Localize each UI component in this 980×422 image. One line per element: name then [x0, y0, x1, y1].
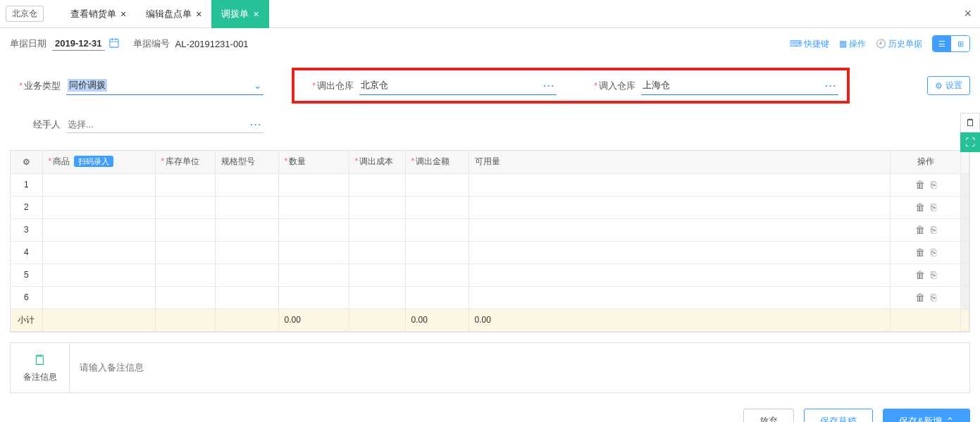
- cell-unit[interactable]: [155, 263, 215, 286]
- more-icon[interactable]: ···: [825, 80, 837, 91]
- cell-available[interactable]: [469, 241, 891, 263]
- cell-available[interactable]: [469, 286, 891, 309]
- delete-icon[interactable]: 🗑: [915, 247, 925, 258]
- cell-product[interactable]: [42, 286, 155, 309]
- cell-qty[interactable]: [278, 196, 349, 218]
- cell-cost[interactable]: [349, 263, 405, 286]
- handler-select[interactable]: ···: [66, 116, 263, 133]
- cell-unit[interactable]: [155, 218, 215, 241]
- col-unit: *库存单位: [155, 151, 215, 173]
- cell-qty[interactable]: [278, 173, 349, 196]
- cell-ops: 🗑⎘: [891, 241, 961, 263]
- cell-cost[interactable]: [349, 173, 405, 196]
- close-icon[interactable]: ×: [120, 8, 126, 20]
- history-link[interactable]: 🕘历史单据: [876, 38, 922, 50]
- side-tab-note[interactable]: 🗒: [960, 113, 980, 132]
- cell-available[interactable]: [469, 196, 891, 218]
- cell-spec[interactable]: [215, 196, 278, 218]
- close-icon[interactable]: ×: [196, 8, 201, 20]
- close-icon[interactable]: ×: [964, 6, 972, 21]
- calendar-icon[interactable]: [109, 38, 119, 50]
- cell-spec[interactable]: [215, 173, 278, 196]
- operate-link[interactable]: ▦操作: [839, 38, 866, 50]
- tab-edit-inventory[interactable]: 编辑盘点单 ×: [136, 0, 211, 28]
- copy-icon[interactable]: ⎘: [931, 247, 936, 258]
- cell-amount[interactable]: [405, 241, 469, 263]
- table-row[interactable]: 5🗑⎘: [11, 263, 969, 286]
- cell-amount[interactable]: [405, 196, 469, 218]
- cell-product[interactable]: [42, 218, 155, 241]
- cell-qty[interactable]: [278, 218, 349, 241]
- date-label: 单据日期: [10, 37, 46, 50]
- copy-icon[interactable]: ⎘: [931, 179, 936, 190]
- more-icon[interactable]: ···: [250, 119, 262, 130]
- close-icon[interactable]: ×: [253, 8, 259, 20]
- cell-spec[interactable]: [215, 263, 278, 286]
- cell-spec[interactable]: [215, 218, 278, 241]
- table-row[interactable]: 6🗑⎘: [11, 286, 969, 309]
- cell-qty[interactable]: [278, 241, 349, 263]
- cell-unit[interactable]: [155, 173, 215, 196]
- cell-available[interactable]: [469, 218, 891, 241]
- subtotal-row: 小计 0.00 0.00 0.00: [11, 309, 969, 331]
- cell-product[interactable]: [42, 241, 155, 263]
- table-row[interactable]: 3🗑⎘: [11, 218, 969, 241]
- table-settings-header[interactable]: ⚙: [11, 151, 42, 173]
- cell-cost[interactable]: [349, 196, 405, 218]
- view-grid-button[interactable]: ☰: [933, 36, 951, 51]
- save-new-button[interactable]: 保存&新增⌃: [883, 409, 970, 423]
- table-row[interactable]: 2🗑⎘: [11, 196, 969, 218]
- copy-icon[interactable]: ⎘: [931, 292, 936, 303]
- cell-spec[interactable]: [215, 286, 278, 309]
- date-value[interactable]: 2019-12-31: [52, 37, 105, 51]
- cell-qty[interactable]: [278, 286, 349, 309]
- cell-cost[interactable]: [349, 286, 405, 309]
- cell-amount[interactable]: [405, 263, 469, 286]
- handler-input[interactable]: [68, 119, 250, 130]
- table-row[interactable]: 4🗑⎘: [11, 241, 969, 263]
- save-draft-button[interactable]: 保存草稿: [804, 409, 873, 423]
- cell-spec[interactable]: [215, 241, 278, 263]
- cell-product[interactable]: [42, 196, 155, 218]
- cell-qty[interactable]: [278, 263, 349, 286]
- svg-rect-0: [109, 39, 118, 46]
- cell-amount[interactable]: [405, 218, 469, 241]
- scan-badge[interactable]: 扫码录入: [74, 156, 113, 167]
- delete-icon[interactable]: 🗑: [915, 292, 925, 303]
- delete-icon[interactable]: 🗑: [915, 269, 925, 280]
- remarks-input[interactable]: [70, 362, 969, 373]
- handler-group: 经手人 ···: [10, 116, 263, 133]
- side-tab-expand[interactable]: ⛶: [960, 132, 980, 152]
- cell-ops: 🗑⎘: [891, 196, 961, 218]
- cell-amount[interactable]: [405, 286, 469, 309]
- copy-icon[interactable]: ⎘: [931, 201, 936, 213]
- out-warehouse-select[interactable]: 北京仓 ···: [359, 76, 557, 95]
- copy-icon[interactable]: ⎘: [931, 224, 936, 235]
- in-warehouse-select[interactable]: 上海仓 ···: [641, 76, 838, 95]
- cell-unit[interactable]: [155, 196, 215, 218]
- cell-cost[interactable]: [349, 218, 405, 241]
- biz-type-select[interactable]: 同价调拨 ⌄: [66, 76, 263, 95]
- cell-product[interactable]: [42, 263, 155, 286]
- row-index: 6: [11, 286, 42, 309]
- more-icon[interactable]: ···: [543, 80, 555, 91]
- discard-button[interactable]: 放弃: [743, 409, 794, 423]
- cell-cost[interactable]: [349, 241, 405, 263]
- view-list-button[interactable]: ⊞: [951, 36, 969, 51]
- delete-icon[interactable]: 🗑: [915, 179, 925, 190]
- cell-unit[interactable]: [155, 286, 215, 309]
- cell-available[interactable]: [469, 173, 891, 196]
- cell-unit[interactable]: [155, 241, 215, 263]
- tab-view-sales[interactable]: 查看销货单 ×: [61, 0, 136, 28]
- cell-available[interactable]: [469, 263, 891, 286]
- cell-product[interactable]: [42, 173, 155, 196]
- cell-amount[interactable]: [405, 173, 469, 196]
- shortcuts-link[interactable]: ⌨快捷键: [790, 38, 829, 50]
- location-badge[interactable]: 北京仓: [6, 6, 44, 22]
- settings-button[interactable]: ⚙设置: [927, 76, 970, 95]
- table-row[interactable]: 1🗑⎘: [11, 173, 969, 196]
- copy-icon[interactable]: ⎘: [931, 269, 936, 280]
- delete-icon[interactable]: 🗑: [915, 224, 925, 235]
- delete-icon[interactable]: 🗑: [915, 201, 925, 213]
- tab-transfer[interactable]: 调拨单 ×: [211, 0, 268, 28]
